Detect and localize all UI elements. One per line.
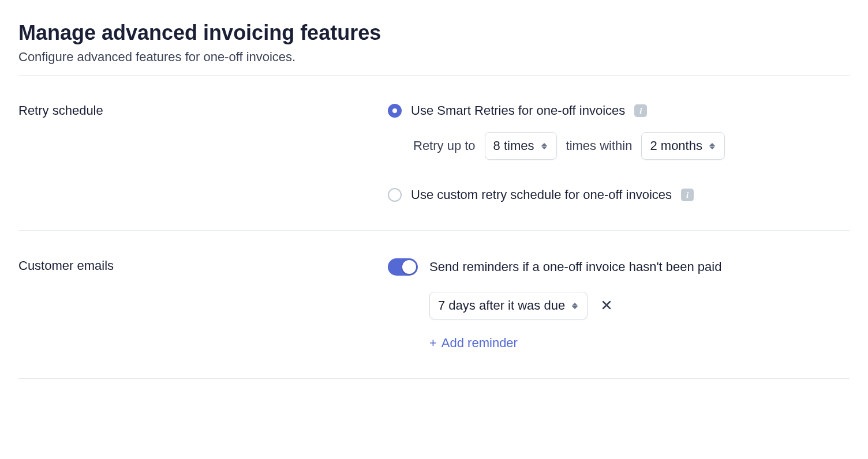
retry-schedule-content: Use Smart Retries for one-off invoices i… bbox=[388, 103, 850, 202]
add-reminder-label: Add reminder bbox=[442, 336, 518, 351]
chevron-updown-icon bbox=[540, 141, 548, 151]
chevron-updown-icon bbox=[708, 141, 716, 151]
page-subtitle: Configure advanced features for one-off … bbox=[18, 50, 850, 65]
times-within-text: times within bbox=[566, 138, 633, 153]
reminder-timing-select[interactable]: 7 days after it was due bbox=[429, 292, 588, 319]
retry-count-value: 8 times bbox=[493, 138, 534, 153]
custom-retry-radio[interactable] bbox=[388, 188, 402, 202]
retry-up-to-text: Retry up to bbox=[413, 138, 476, 153]
reminder-timing-value: 7 days after it was due bbox=[438, 298, 565, 313]
customer-emails-content: Send reminders if a one-off invoice hasn… bbox=[388, 258, 850, 351]
add-reminder-button[interactable]: + Add reminder bbox=[429, 336, 850, 351]
smart-retries-radio[interactable] bbox=[388, 104, 402, 118]
timeframe-value: 2 months bbox=[650, 138, 702, 153]
info-icon[interactable]: i bbox=[634, 104, 647, 117]
custom-retry-option[interactable]: Use custom retry schedule for one-off in… bbox=[388, 187, 850, 202]
info-icon[interactable]: i bbox=[681, 189, 694, 201]
toggle-knob bbox=[402, 260, 416, 274]
chevron-updown-icon bbox=[571, 300, 579, 311]
divider bbox=[18, 378, 850, 379]
close-icon bbox=[601, 300, 612, 310]
plus-icon: + bbox=[429, 336, 437, 351]
retry-config-row: Retry up to 8 times times within 2 month… bbox=[413, 132, 850, 160]
reminder-row: 7 days after it was due bbox=[429, 292, 850, 319]
remove-reminder-button[interactable] bbox=[601, 299, 612, 313]
retry-count-select[interactable]: 8 times bbox=[485, 132, 557, 160]
smart-retries-option[interactable]: Use Smart Retries for one-off invoices i bbox=[388, 103, 850, 118]
send-reminders-label: Send reminders if a one-off invoice hasn… bbox=[429, 259, 721, 274]
customer-emails-section: Customer emails Send reminders if a one-… bbox=[18, 231, 850, 378]
send-reminders-row: Send reminders if a one-off invoice hasn… bbox=[388, 258, 850, 276]
send-reminders-toggle[interactable] bbox=[388, 258, 418, 276]
custom-retry-label: Use custom retry schedule for one-off in… bbox=[411, 187, 672, 202]
smart-retries-label: Use Smart Retries for one-off invoices bbox=[411, 103, 625, 118]
retry-schedule-label: Retry schedule bbox=[18, 103, 388, 202]
page-title: Manage advanced invoicing features bbox=[18, 21, 850, 45]
timeframe-select[interactable]: 2 months bbox=[641, 132, 725, 160]
customer-emails-label: Customer emails bbox=[18, 258, 388, 351]
retry-schedule-section: Retry schedule Use Smart Retries for one… bbox=[18, 76, 850, 230]
